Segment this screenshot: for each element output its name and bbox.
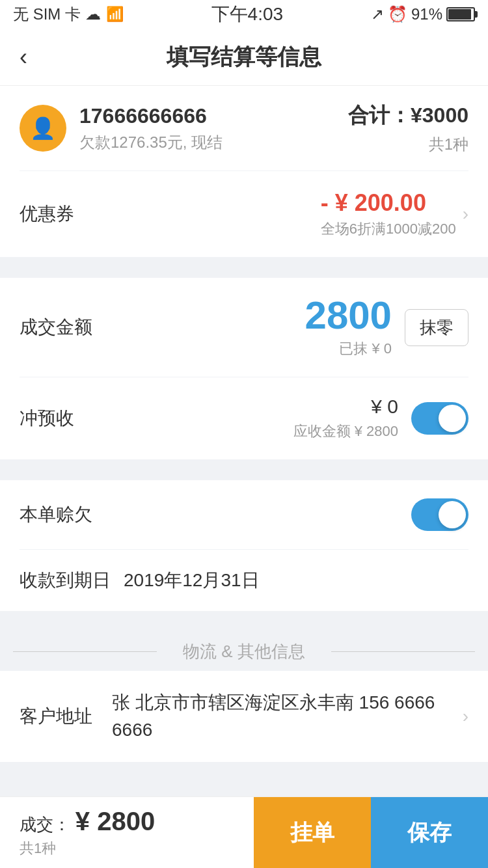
coupon-amount: - ¥ 200.00 xyxy=(321,189,456,217)
address-chevron-icon: › xyxy=(463,706,468,727)
customer-debt: 欠款1276.35元, 现结 xyxy=(79,132,223,153)
hold-order-button[interactable]: 挂单 xyxy=(254,797,371,869)
page-title: 填写结算等信息 xyxy=(167,42,321,72)
deal-amount-label: 成交金额 xyxy=(20,315,92,340)
deal-amount-row: 成交金额 2800 已抹 ¥ 0 抹零 xyxy=(0,278,488,377)
total-kinds: 共1种 xyxy=(348,134,468,155)
address-row[interactable]: 客户地址 张 北京市市辖区海淀区永丰南 156 6666 6666 › xyxy=(0,671,488,762)
customer-row: 👤 17666666666 欠款1276.35元, 现结 合计：¥3000 共1… xyxy=(0,86,488,170)
deal-amount-wrap: 2800 已抹 ¥ 0 xyxy=(305,296,392,359)
coupon-desc: 全场6折满1000减200 xyxy=(321,219,456,239)
deal-amount-value: 2800 xyxy=(305,296,392,335)
due-date-value: 2019年12月31日 xyxy=(124,568,260,593)
footer-kinds: 共1种 xyxy=(20,839,234,858)
prepay-right: ¥ 0 应收金额 ¥ 2800 xyxy=(293,396,468,441)
coupon-row[interactable]: 优惠券 - ¥ 200.00 全场6折满1000减200 › xyxy=(0,171,488,257)
status-bar: 无 SIM 卡 ☁ 📶 下午4:03 ↗ ⏰ 91% xyxy=(0,0,488,29)
wifi-icon: 📶 xyxy=(106,6,124,23)
footer-left: 成交： ¥ 2800 共1种 xyxy=(0,807,254,858)
status-bar-left: 无 SIM 卡 ☁ 📶 xyxy=(13,4,124,25)
deal-amount-right: 2800 已抹 ¥ 0 抹零 xyxy=(305,296,468,359)
deal-amount-card: 成交金额 2800 已抹 ¥ 0 抹零 冲预收 ¥ 0 应收金额 ¥ 2800 xyxy=(0,278,488,459)
due-date-row: 收款到期日 2019年12月31日 xyxy=(0,550,488,611)
customer-phone: 17666666666 xyxy=(79,104,223,128)
customer-info: 17666666666 欠款1276.35元, 现结 xyxy=(79,104,223,153)
nav-bar: ‹ 填写结算等信息 xyxy=(0,29,488,86)
total-amount: 合计：¥3000 xyxy=(348,102,468,130)
customer-left: 👤 17666666666 欠款1276.35元, 现结 xyxy=(20,104,223,153)
deal-zeroed-label: 已抹 ¥ 0 xyxy=(305,339,392,359)
logistics-separator: 物流 & 其他信息 xyxy=(0,632,488,671)
customer-right: 合计：¥3000 共1种 xyxy=(348,102,468,155)
prepay-toggle[interactable] xyxy=(411,402,468,435)
location-icon: ↗ xyxy=(371,5,384,23)
round-zero-button[interactable]: 抹零 xyxy=(405,309,468,346)
back-button[interactable]: ‹ xyxy=(20,44,27,71)
battery-label: 91% xyxy=(411,5,442,23)
battery-icon xyxy=(446,7,475,21)
footer-deal-line: 成交： ¥ 2800 xyxy=(20,807,234,836)
logistics-line-right xyxy=(331,651,475,652)
credit-row: 本单赊欠 xyxy=(0,480,488,549)
prepay-receivable: 应收金额 ¥ 2800 xyxy=(293,422,398,441)
credit-label: 本单赊欠 xyxy=(20,502,92,527)
status-bar-right: ↗ ⏰ 91% xyxy=(371,5,475,23)
section-gap-2 xyxy=(0,470,488,480)
alarm-icon: ⏰ xyxy=(388,5,407,23)
avatar: 👤 xyxy=(20,105,66,152)
due-date-label: 收款到期日 xyxy=(20,568,111,593)
section-gap-3 xyxy=(0,621,488,632)
credit-toggle[interactable] xyxy=(411,498,468,531)
credit-card: 本单赊欠 收款到期日 2019年12月31日 xyxy=(0,480,488,611)
prepay-amount-wrap: ¥ 0 应收金额 ¥ 2800 xyxy=(293,396,398,441)
footer-deal-label: 成交： xyxy=(20,815,70,834)
chevron-right-icon: › xyxy=(463,204,468,224)
content-area: 👤 17666666666 欠款1276.35元, 现结 合计：¥3000 共1… xyxy=(0,86,488,868)
address-label: 客户地址 xyxy=(20,704,92,729)
customer-card: 👤 17666666666 欠款1276.35元, 现结 合计：¥3000 共1… xyxy=(0,86,488,257)
section-gap-1 xyxy=(0,267,488,278)
footer-bar: 成交： ¥ 2800 共1种 挂单 保存 xyxy=(0,796,488,868)
footer-deal-amount: ¥ 2800 xyxy=(75,807,155,835)
address-content: 张 北京市市辖区海淀区永丰南 156 6666 6666 xyxy=(112,689,463,744)
prepay-amount: ¥ 0 xyxy=(293,396,398,418)
sim-label: 无 SIM 卡 ☁ xyxy=(13,4,101,25)
address-card: 客户地址 张 北京市市辖区海淀区永丰南 156 6666 6666 › xyxy=(0,671,488,762)
prepay-label: 冲预收 xyxy=(20,406,74,431)
logistics-line-left xyxy=(13,651,157,652)
coupon-label: 优惠券 xyxy=(20,202,74,226)
logistics-text: 物流 & 其他信息 xyxy=(183,640,305,663)
coupon-right: - ¥ 200.00 全场6折满1000减200 › xyxy=(321,189,468,239)
avatar-icon: 👤 xyxy=(30,116,56,141)
save-button[interactable]: 保存 xyxy=(371,797,488,869)
status-bar-time: 下午4:03 xyxy=(211,2,284,27)
prepay-row: 冲预收 ¥ 0 应收金额 ¥ 2800 xyxy=(0,377,488,459)
